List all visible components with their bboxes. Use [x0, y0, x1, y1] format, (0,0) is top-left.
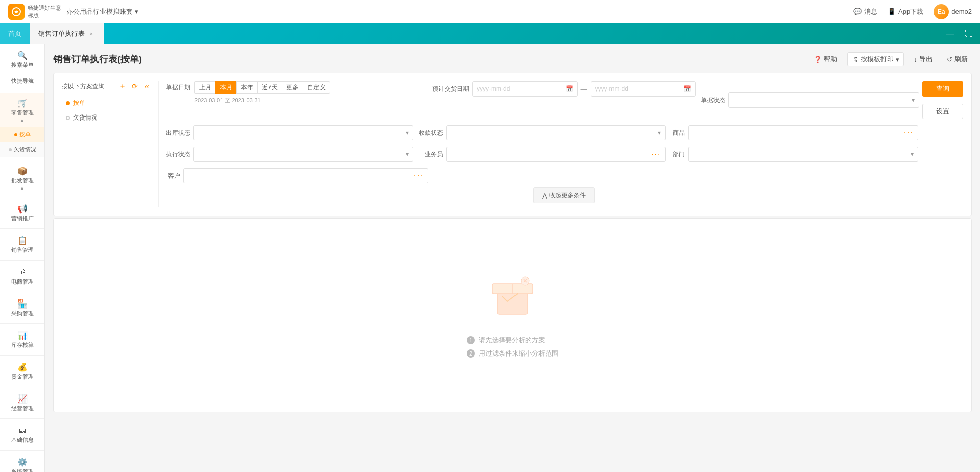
salesperson-select[interactable]: ···: [446, 147, 666, 162]
sidebar-item-inventory[interactable]: 📊 库存核算: [0, 326, 44, 353]
delivery-status-select[interactable]: ▾: [193, 125, 413, 140]
filter-plan-order[interactable]: 按单: [62, 96, 152, 110]
filter-right-panel: 单据日期 上月 本月 本年: [159, 81, 963, 207]
sidebar-item-operations[interactable]: 📈 经营管理: [0, 389, 44, 416]
filter-left-panel: 按以下方案查询 ＋ ⟳ « 按单 欠货情况: [62, 81, 159, 207]
sidebar-inventory-section: 📊 库存核算: [0, 324, 44, 356]
sidebar-marketing-section: 📢 营销推广: [0, 197, 44, 229]
refresh-plan-icon[interactable]: ⟳: [130, 81, 140, 91]
department-label: 部门: [670, 150, 685, 159]
empty-state: 请先选择要分析的方案 用过滤条件来缩小分析范围: [456, 230, 569, 401]
tab-maximize-button[interactable]: ⛶: [962, 27, 976, 41]
sidebar-purchase-section: 🏪 采购管理: [0, 292, 44, 324]
sidebar-system-section: ⚙️ 系统管理: [0, 451, 44, 472]
retail-expand-icon: ▲: [20, 117, 24, 123]
wholesale-icon: 📦: [17, 166, 28, 176]
filter-left-header: 按以下方案查询 ＋ ⟳ «: [62, 81, 152, 91]
forecast-date-end[interactable]: yyyy-mm-dd 📅: [591, 81, 696, 97]
date-tab-more[interactable]: 更多: [282, 81, 303, 94]
print-button[interactable]: 🖨 按模板打印 ▾: [847, 52, 904, 66]
date-tab-7days[interactable]: 近7天: [257, 81, 282, 94]
logo-text: 畅捷通好生意 标版: [28, 4, 61, 19]
app-logo: [8, 4, 24, 20]
date-tab-last-month[interactable]: 上月: [194, 81, 215, 94]
tab-minimize-button[interactable]: —: [943, 27, 958, 41]
user-action[interactable]: Ea demo2: [934, 4, 972, 19]
avatar: Ea: [934, 4, 949, 19]
date-tab-custom[interactable]: 自定义: [303, 81, 330, 94]
date-tab-this-year[interactable]: 本年: [236, 81, 257, 94]
tab-close-icon[interactable]: ×: [88, 30, 95, 37]
search-icon: 🔍: [17, 50, 28, 60]
plan-outline-dot-icon: [66, 116, 70, 120]
sidebar-search[interactable]: 🔍 搜索菜单: [0, 46, 44, 73]
empty-illustration: [482, 271, 543, 323]
sidebar-item-basic[interactable]: 🗂 基础信息: [0, 421, 44, 448]
sidebar-retail-sub: 按单 欠货情况: [0, 127, 44, 157]
purchase-icon: 🏪: [17, 298, 28, 309]
filter-plan-debt[interactable]: 欠货情况: [62, 110, 152, 125]
collapse-plan-icon[interactable]: «: [142, 81, 152, 91]
department-select[interactable]: ▾: [688, 147, 918, 162]
goods-select[interactable]: ···: [688, 125, 918, 140]
logo-area: 畅捷通好生意 标版: [8, 4, 61, 20]
salesperson-label: 业务员: [418, 150, 443, 159]
marketing-icon: 📢: [17, 203, 28, 214]
sidebar-search-section: 🔍 搜索菜单 快捷导航: [0, 44, 44, 91]
help-button[interactable]: ❓ 帮助: [810, 53, 841, 66]
tab-home[interactable]: 首页: [0, 23, 30, 44]
export-button[interactable]: ↓ 导出: [910, 53, 937, 66]
goods-more-icon[interactable]: ···: [904, 128, 914, 137]
payment-status-select[interactable]: ▾: [446, 125, 666, 140]
payment-chevron-icon: ▾: [658, 129, 661, 136]
sidebar-item-ecommerce[interactable]: 🛍 电商管理: [0, 263, 44, 290]
salesperson-more-icon[interactable]: ···: [651, 150, 661, 159]
filter-container: 按以下方案查询 ＋ ⟳ « 按单 欠货情况: [53, 73, 972, 216]
date-range-text: 2023-03-01 至 2023-03-31: [194, 97, 261, 103]
sidebar-sub-order[interactable]: 按单: [0, 127, 44, 142]
add-plan-icon[interactable]: ＋: [117, 81, 128, 91]
main-content: 销售订单执行表(按单) ❓ 帮助 🖨 按模板打印 ▾ ↓ 导出 ↺ 刷新: [45, 44, 980, 472]
empty-state-container: 请先选择要分析的方案 用过滤条件来缩小分析范围: [53, 218, 972, 412]
nav-tabs: 首页 销售订单执行表 × — ⛶: [0, 23, 980, 44]
home-tab-label: 首页: [8, 29, 21, 38]
message-icon: 💬: [853, 8, 862, 15]
top-header: 畅捷通好生意 标版 办公用品行业模拟账套 ▾ 💬 消息 📱 App下载 Ea d…: [0, 0, 980, 23]
customer-select[interactable]: ···: [183, 168, 428, 183]
sidebar-item-finance[interactable]: 💰 资金管理: [0, 358, 44, 385]
payment-status-label: 收款状态: [418, 129, 443, 137]
exec-status-select[interactable]: ▾: [193, 147, 413, 162]
refresh-button[interactable]: ↺ 刷新: [943, 53, 972, 66]
basic-icon: 🗂: [17, 425, 28, 435]
sidebar-item-sales[interactable]: 📋 销售管理: [0, 231, 44, 258]
retail-icon: 🛒: [17, 98, 28, 108]
sidebar-item-retail[interactable]: 🛒 零售管理 ▲: [0, 93, 44, 127]
app-download-action[interactable]: 📱 App下载: [888, 7, 923, 16]
settings-button[interactable]: 设置: [922, 104, 963, 119]
date-label: 单据日期: [165, 83, 190, 92]
sidebar-item-purchase[interactable]: 🏪 采购管理: [0, 294, 44, 321]
print-dropdown-icon: ▾: [896, 56, 899, 63]
query-button[interactable]: 查询: [922, 81, 963, 97]
status-select[interactable]: ▾: [728, 92, 919, 108]
message-action[interactable]: 💬 消息: [853, 7, 877, 16]
date-tab-this-month[interactable]: 本月: [215, 81, 236, 94]
calendar-end-icon: 📅: [683, 85, 691, 92]
refresh-icon: ↺: [947, 56, 952, 63]
empty-tip-2: 用过滤条件来缩小分析范围: [467, 347, 558, 360]
collapse-icon: ⋀: [542, 192, 547, 199]
sidebar-sub-debt[interactable]: 欠货情况: [0, 142, 44, 157]
delivery-status-label: 出库状态: [165, 129, 190, 137]
sidebar-item-system[interactable]: ⚙️ 系统管理: [0, 453, 44, 472]
page-title: 销售订单执行表(按单): [53, 53, 142, 65]
customer-more-icon[interactable]: ···: [414, 171, 424, 180]
forecast-date-start[interactable]: yyyy-mm-dd 📅: [472, 81, 578, 97]
tab-sales-order[interactable]: 销售订单执行表 ×: [30, 23, 104, 44]
sidebar-item-wholesale[interactable]: 📦 批发管理 ▲: [0, 161, 44, 195]
sidebar-quick-nav[interactable]: 快捷导航: [0, 73, 44, 89]
sidebar-item-marketing[interactable]: 📢 营销推广: [0, 199, 44, 226]
active-tab-label: 销售订单执行表: [38, 29, 85, 38]
company-selector[interactable]: 办公用品行业模拟账套 ▾: [66, 7, 138, 16]
print-icon: 🖨: [852, 56, 859, 63]
collapse-button[interactable]: ⋀ 收起更多条件: [533, 187, 595, 203]
